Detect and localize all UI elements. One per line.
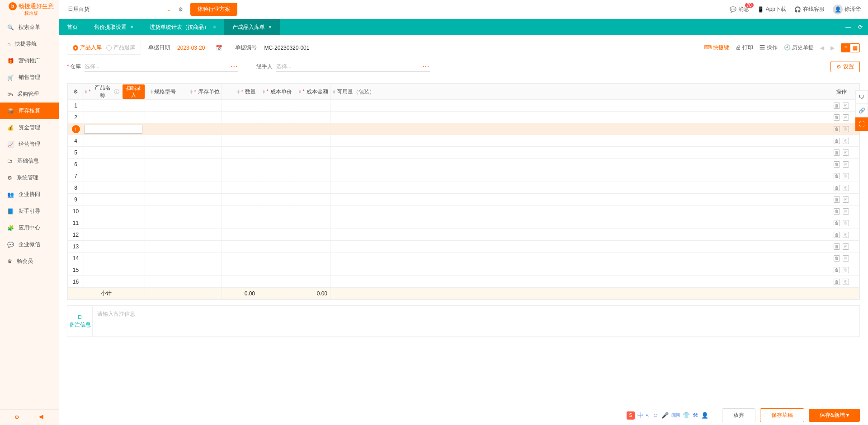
delete-row-icon[interactable]: 🗑 [834,243,840,250]
table-row[interactable]: 11🗑⎘ [68,217,859,229]
delete-row-icon[interactable]: 🗑 [834,173,840,179]
remark-input[interactable]: 请输入备注信息 [93,306,859,336]
table-row[interactable]: 13🗑⎘ [68,241,859,252]
table-row[interactable]: 9🗑⎘ [68,194,859,205]
copy-row-icon[interactable]: ⎘ [843,232,849,238]
save-new-button[interactable]: 保存&新增 ▾ [809,409,860,422]
delete-row-icon[interactable]: 🗑 [834,185,840,191]
table-row[interactable]: 1🗑⎘ [68,100,859,112]
copy-row-icon[interactable]: ⎘ [843,267,849,273]
table-row[interactable]: 15🗑⎘ [68,264,859,276]
logo-area[interactable]: b 畅捷通好生意 标准版 [0,0,59,19]
table-row[interactable]: 10🗑⎘ [68,205,859,217]
delete-row-icon[interactable]: 🗑 [834,103,840,109]
table-row[interactable]: 14🗑⎘ [68,252,859,264]
sidebar-item-collab[interactable]: 👥企业协同 [0,186,59,203]
sidebar-item-system[interactable]: ⚙系统管理 [0,169,59,186]
help-icon[interactable]: ⓘ [114,88,119,96]
sidebar-item-appcenter[interactable]: 🧩应用中心 [0,220,59,236]
col-config-header[interactable]: ⚙ [68,84,84,100]
date-value[interactable]: 2023-03-20 [177,45,205,51]
sidebar-item-member[interactable]: ♛畅会员 [0,253,59,270]
table-row[interactable]: 12🗑⎘ [68,229,859,241]
copy-row-icon[interactable]: ⎘ [843,161,849,168]
shortcut-button[interactable]: ⌨ 快捷键 [704,44,729,51]
mode-out-radio[interactable]: 产品退库 [106,44,135,51]
sidebar-item-quicknav[interactable]: ⌂快捷导航 [0,36,59,52]
sidebar-item-marketing[interactable]: 🎁营销推广 [0,52,59,69]
save-draft-button[interactable]: 保存草稿 [760,408,804,422]
sidebar-item-wework[interactable]: 💬企业微信 [0,236,59,253]
collapse-icon[interactable]: ⯇ [39,414,44,420]
scan-input-button[interactable]: 扫码录入 [123,84,145,99]
delete-row-icon[interactable]: 🗑 [834,220,840,226]
delete-row-icon[interactable]: 🗑 [834,149,840,156]
copy-row-icon[interactable]: ⎘ [843,103,849,109]
copy-row-icon[interactable]: ⎘ [843,138,849,144]
app-download-button[interactable]: 📱 App下载 [757,5,786,13]
mode-in-radio[interactable]: 产品入库 [73,44,102,51]
print-button[interactable]: 🖨 打印 [736,44,753,51]
delete-row-icon[interactable]: 🗑 [834,208,840,215]
close-icon[interactable]: × [213,24,216,30]
gear-icon[interactable]: ⚙ [178,6,183,13]
table-row[interactable]: 6🗑⎘ [68,159,859,170]
warehouse-select[interactable]: 选择... ··· [85,62,238,72]
tab-home[interactable]: 首页 [59,19,86,35]
experience-plan-button[interactable]: 体验行业方案 [190,3,237,16]
operate-button[interactable]: ☰ 操作 [760,44,777,51]
delete-row-icon[interactable]: 🗑 [834,138,840,144]
product-name-input[interactable] [84,125,142,134]
col-qty-header[interactable]: ▲▼*数量 [222,84,258,100]
sidebar-item-basicinfo[interactable]: 🗂基础信息 [0,153,59,169]
table-row[interactable]: 4🗑⎘ [68,135,859,147]
delete-row-icon[interactable]: 🗑 [834,255,840,262]
copy-row-icon[interactable]: ⎘ [843,220,849,226]
sidebar-item-guide[interactable]: 📘新手引导 [0,203,59,220]
copy-row-icon[interactable]: ⎘ [843,173,849,179]
close-icon[interactable]: × [130,24,133,30]
table-row[interactable]: 7🗑⎘ [68,170,859,182]
tab-product-in[interactable]: 产成品入库单× [224,19,280,35]
user-menu[interactable]: 👤 徐泽华 [833,5,861,14]
history-button[interactable]: 🕘 历史单据 [784,44,814,51]
delete-row-icon[interactable]: 🗑 [834,267,840,273]
col-avail-header[interactable]: ▲▼可用量（包装） [330,84,823,100]
business-category-select[interactable]: 日用百货 ⌄ [68,5,171,13]
copy-row-icon[interactable]: ⎘ [843,255,849,262]
handler-select[interactable]: 选择... ··· [276,62,430,72]
view-list-icon[interactable]: ≡ [841,44,850,52]
settings-button[interactable]: ⚙ 设置 [830,61,860,72]
copy-row-icon[interactable]: ⎘ [843,185,849,191]
calendar-icon[interactable]: 📅 [216,45,222,51]
delete-row-icon[interactable]: 🗑 [834,114,840,121]
delete-row-icon[interactable]: 🗑 [834,196,840,203]
table-row[interactable]: 8🗑⎘ [68,182,859,194]
delete-row-icon[interactable]: 🗑 [834,232,840,238]
more-icon[interactable]: ··· [231,63,238,70]
discard-button[interactable]: 放弃 [722,408,755,422]
table-row[interactable]: 5🗑⎘ [68,147,859,159]
tabs-refresh-icon[interactable]: ⟳ [856,23,864,31]
delete-row-icon[interactable]: 🗑 [834,279,840,285]
copy-row-icon[interactable]: ⎘ [843,208,849,215]
table-row[interactable]: 16🗑⎘ [68,276,859,288]
tab-purchase-report[interactable]: 进货单统计表（按商品）× [142,19,224,35]
col-unit-header[interactable]: ▲▼*库存单位 [181,84,222,100]
sidebar-item-operation[interactable]: 📈经营管理 [0,136,59,153]
view-grid-icon[interactable]: ▦ [850,44,859,52]
copy-row-icon[interactable]: ⎘ [843,149,849,156]
delete-row-icon[interactable]: 🗑 [834,126,840,132]
copy-row-icon[interactable]: ⎘ [843,114,849,121]
more-icon[interactable]: ··· [423,63,430,70]
online-service-button[interactable]: 🎧 在线客服 [794,5,825,13]
copy-row-icon[interactable]: ⎘ [843,243,849,250]
delete-row-icon[interactable]: 🗑 [834,161,840,168]
col-amount-header[interactable]: ▲▼*成本金额 [294,84,330,100]
copy-row-icon[interactable]: ⎘ [843,126,849,132]
add-row-icon[interactable]: + [72,125,80,133]
sidebar-item-inventory[interactable]: 📦库存核算 [0,103,59,119]
sidebar-item-search[interactable]: 🔍搜索菜单 [0,19,59,36]
copy-row-icon[interactable]: ⎘ [843,196,849,203]
col-price-header[interactable]: ▲▼*成本单价 [258,84,294,100]
